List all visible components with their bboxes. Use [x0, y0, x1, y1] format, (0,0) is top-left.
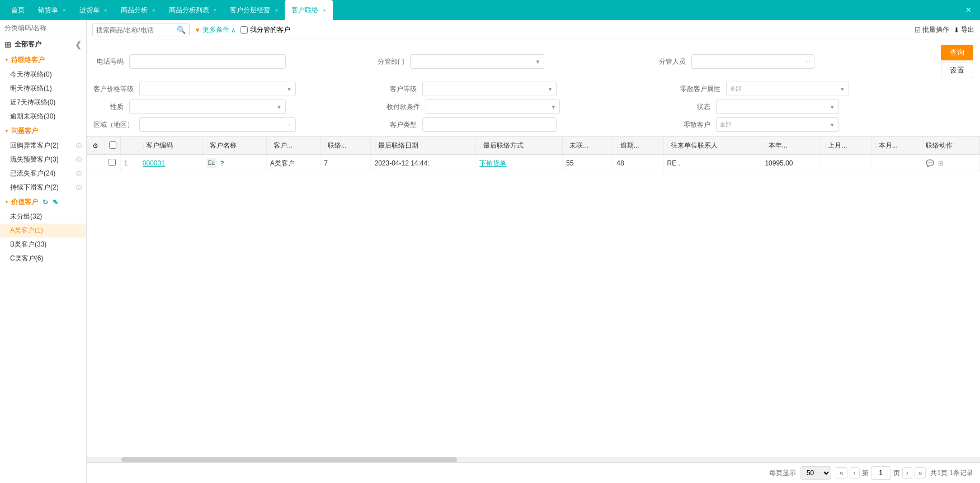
close-icon[interactable]: × — [152, 7, 156, 13]
sidebar-item-b-class[interactable]: B类客户(33) — [0, 238, 86, 252]
horizontal-scrollbar[interactable] — [87, 457, 980, 462]
my-customers-check[interactable] — [241, 26, 248, 34]
sidebar-item-7days[interactable]: 近7天待联络(0) — [0, 96, 86, 110]
cell-num: 1 — [120, 155, 139, 172]
sidebar-item-a-class[interactable]: A类客户(1) — [0, 224, 86, 238]
row-checkbox[interactable] — [109, 159, 116, 166]
sidebar-item-declining[interactable]: 持续下滑客户(2) ⓘ — [0, 181, 86, 195]
price-grade-select[interactable]: ▼ — [139, 82, 296, 96]
customer-type-select[interactable] — [422, 117, 557, 132]
cell-gear — [87, 155, 105, 172]
cell-last-date: 2023-04-12 14:44: — [371, 155, 476, 172]
dropdown-icon: ▼ — [550, 104, 556, 110]
dropdown-icon: ▼ — [547, 86, 553, 92]
filter-dept: 分管部门 ▼ — [374, 54, 655, 69]
refresh-icon[interactable]: ↻ — [43, 198, 48, 206]
sidebar-pending-title[interactable]: ▼ 待联络客户 — [0, 53, 86, 68]
sidebar-all-customers[interactable]: ⊞ 全部客户 ❮ — [0, 36, 86, 53]
info-icon: ⓘ — [76, 142, 82, 150]
phone-input[interactable] — [129, 54, 286, 69]
dept-select[interactable]: ▼ — [410, 54, 544, 69]
close-icon[interactable]: × — [323, 7, 326, 13]
nav-product-analysis[interactable]: 商品分析 × — [114, 0, 162, 20]
batch-operation-btn[interactable]: ☑ 批量操作 — [915, 25, 949, 35]
filter-gender: 性质 ▼ — [93, 100, 387, 114]
col-contact-count-header: :联络... — [321, 137, 371, 155]
close-icon[interactable]: × — [214, 7, 217, 13]
next-page-btn[interactable]: › — [902, 467, 912, 479]
settings-button[interactable]: 设置 — [941, 63, 973, 78]
filter-payment: 收付款条件 ▼ — [387, 100, 680, 114]
sidebar-item-tomorrow[interactable]: 明天待联络(1) — [0, 82, 86, 96]
status-select[interactable]: ▼ — [716, 100, 839, 114]
sidebar-item-lost[interactable]: 已流失客户(24) ⓘ — [0, 167, 86, 181]
filter-search-input[interactable] — [96, 26, 175, 34]
person-select[interactable]: ··· — [691, 54, 814, 69]
sidebar-value-group: ▼ 价值客户 ↻ ✎ 未分组(32) A类客户(1) B类客户(33) C类客户… — [0, 195, 86, 266]
main-layout: 🔍 ⊞ 全部客户 ❮ ▼ 待联络客户 今天待联络(0) 明天待联络(1) 近7天… — [0, 20, 980, 483]
nav-customer-tier[interactable]: 客户分层经营 × — [223, 0, 285, 20]
query-button[interactable]: 查询 — [941, 45, 973, 60]
filter-phone: 电话号码 — [93, 54, 374, 69]
last-page-btn[interactable]: » — [915, 467, 926, 479]
sidebar-search-area: 🔍 — [0, 20, 86, 36]
close-icon[interactable]: × — [275, 7, 278, 13]
sidebar-item-today[interactable]: 今天待联络(0) — [0, 68, 86, 82]
chat-icon[interactable]: 💬 — [926, 159, 934, 167]
nav-sales[interactable]: 销货单 × — [31, 0, 73, 20]
customer-badge: Ea — [206, 158, 216, 168]
first-page-btn[interactable]: « — [836, 467, 847, 479]
sidebar-problem-title[interactable]: ▼ 问题客户 — [0, 124, 86, 139]
data-table: ⚙ :客户编码 :客户名称 :客户... :联络... :最后联络日期 :最后联… — [87, 137, 980, 172]
gear-icon[interactable]: ⚙ — [92, 142, 98, 150]
cell-check — [105, 155, 120, 172]
nav-customer-contact[interactable]: 客户联络 × — [285, 0, 333, 20]
nav-home[interactable]: 首页 — [4, 0, 31, 20]
cell-last-month — [821, 155, 871, 172]
export-icon: ⬇ — [954, 26, 959, 34]
payment-select[interactable]: ▼ — [426, 100, 560, 114]
info-icon: ⓘ — [76, 156, 82, 164]
qr-icon[interactable]: ⊞ — [938, 159, 944, 167]
triangle-icon: ▼ — [4, 129, 9, 134]
filter-area: 区域（地区） ··· — [93, 117, 387, 132]
window-close-button[interactable]: × — [962, 5, 976, 15]
nav-purchase[interactable]: 进货单 × — [73, 0, 114, 20]
sidebar-item-repurchase[interactable]: 回购异常客户(2) ⓘ — [0, 139, 86, 153]
my-customers-checkbox[interactable]: 我分管的客户 — [241, 25, 290, 35]
dropdown-icon: ▼ — [830, 122, 835, 128]
page-number-input[interactable] — [871, 466, 891, 480]
retail-attr-select[interactable]: 全部 ▼ — [726, 82, 849, 96]
close-icon[interactable]: × — [104, 7, 107, 13]
filter-customer-type: 客户类型 — [387, 117, 680, 132]
sidebar-item-overdue[interactable]: 逾期未联络(30) — [0, 110, 86, 124]
sidebar-collapse-icon[interactable]: ❮ — [75, 40, 82, 49]
sidebar-search-input[interactable] — [4, 24, 87, 32]
gender-select[interactable]: ▼ — [129, 100, 286, 114]
col-last-month-header: :上月... — [821, 137, 871, 155]
dropdown-icon: ▼ — [840, 86, 845, 92]
retail-customer-select[interactable]: 全部 ▼ — [716, 117, 839, 132]
nav-product-list[interactable]: 商品分析列表 × — [162, 0, 224, 20]
select-all-checkbox[interactable] — [109, 141, 116, 149]
col-this-year-header: :本年... — [761, 137, 821, 155]
export-btn[interactable]: ⬇ 导出 — [954, 25, 974, 35]
search-icon[interactable]: 🔍 — [177, 26, 186, 34]
edit-icon[interactable]: ✎ — [53, 198, 58, 206]
col-code-header: :客户编码 — [139, 137, 202, 155]
sidebar-item-c-class[interactable]: C类客户(6) — [0, 252, 86, 266]
sidebar: 🔍 ⊞ 全部客户 ❮ ▼ 待联络客户 今天待联络(0) 明天待联络(1) 近7天… — [0, 20, 87, 483]
more-conditions-btn[interactable]: ▼ 更多条件 ∧ — [194, 25, 236, 35]
scroll-thumb[interactable] — [121, 457, 457, 462]
close-icon[interactable]: × — [63, 7, 66, 13]
col-num-header — [120, 137, 139, 155]
sidebar-item-ungroup[interactable]: 未分组(32) — [0, 210, 86, 224]
triangle-icon: ▼ — [4, 200, 9, 205]
cell-contact-person: RE . — [663, 155, 761, 172]
sidebar-value-title[interactable]: ▼ 价值客户 ↻ ✎ — [0, 195, 86, 210]
prev-page-btn[interactable]: ‹ — [850, 467, 860, 479]
area-select[interactable]: ··· — [139, 117, 296, 132]
customer-grade-select[interactable]: ▼ — [422, 82, 557, 96]
sidebar-item-loss-warning[interactable]: 流失预警客户(3) ⓘ — [0, 153, 86, 167]
page-size-select[interactable]: 50 100 200 — [800, 466, 831, 480]
